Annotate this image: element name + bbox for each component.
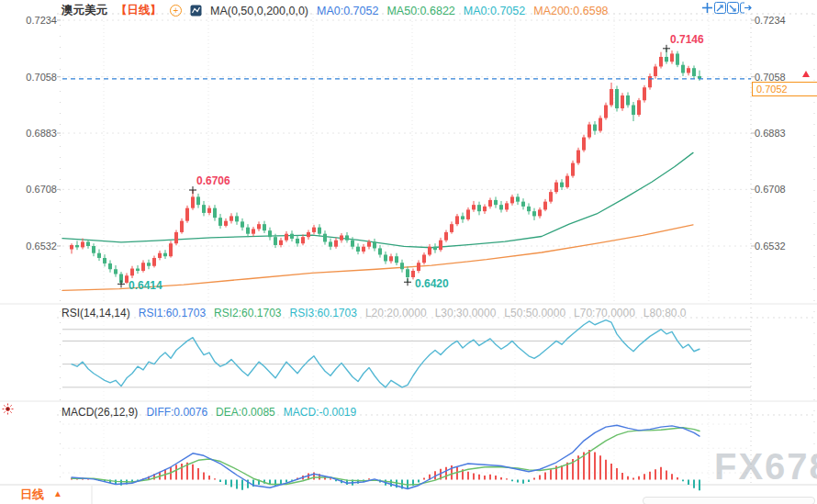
price-axis-label: 0.7234	[755, 14, 786, 27]
price-axis-label: 0.6532	[755, 240, 786, 252]
current-price-tag: 0.7052	[752, 82, 817, 96]
rsi-l20: L20:20.0000	[365, 307, 427, 319]
rsi-label: RSI(14,14,14)	[62, 307, 130, 319]
low-price-label: 0.6420	[415, 277, 449, 290]
price-axis-label: 0.6532	[7, 240, 57, 252]
rsi2-value: RSI2:60.1703	[214, 307, 281, 319]
dea-value: DEA:0.0085	[216, 406, 275, 419]
plus-circle-icon[interactable]: +	[170, 5, 182, 17]
watermark: FX678	[714, 446, 817, 487]
pan-icon[interactable]	[701, 2, 713, 14]
symbol-title: 澳元美元	[62, 3, 107, 18]
ma50-line	[62, 152, 693, 247]
diff-value: DIFF:0.0076	[146, 406, 207, 419]
timeframe-up-arrow-icon[interactable]: ▲	[53, 488, 62, 498]
price-axis-label: 0.7234	[7, 14, 57, 27]
ma-settings-label: MA(0,50,0,200,0,0)	[210, 5, 308, 17]
zoom-out-icon[interactable]	[727, 2, 739, 14]
exit-chart-icon[interactable]	[740, 2, 752, 14]
chart-toolbar	[701, 2, 752, 14]
ma200-value: MA200:0.6598	[533, 5, 608, 17]
macd-value: MACD:-0.0019	[284, 406, 356, 419]
rsi-header: RSI(14,14,14) RSI1:60.1703 RSI2:60.1703 …	[62, 307, 687, 319]
kline-chart-icon[interactable]	[190, 5, 202, 17]
chart-scrollbar[interactable]	[643, 497, 815, 504]
rsi1-value: RSI1:60.1703	[139, 307, 206, 319]
rsi-l70: L70:70.0000	[574, 307, 635, 319]
price-annotations	[118, 45, 670, 288]
price-axis-label: 0.6883	[755, 127, 786, 140]
bottom-timeframe-label[interactable]: 日线	[20, 487, 44, 503]
ma0b-value: MA0:0.7052	[464, 5, 525, 17]
rsi3-value: RSI3:60.1703	[290, 307, 357, 319]
price-axis-label: 0.6708	[755, 183, 786, 196]
sun-settings-icon[interactable]	[2, 402, 14, 419]
macd-header: MACD(26,12,9) DIFF:0.0076 DEA:0.0085 MAC…	[62, 406, 356, 419]
ma0-value: MA0:0.7052	[317, 5, 378, 17]
high-price-label: 0.7146	[670, 33, 704, 46]
price-up-arrow-icon	[802, 71, 810, 77]
rsi-l50: L50:50.0000	[504, 307, 565, 319]
chart-root: 0.67060.71460.64140.64200.72340.72340.70…	[0, 0, 817, 504]
high-price-label: 0.6706	[196, 174, 230, 187]
rsi-line	[72, 320, 699, 387]
timeframe-label: 【日线】	[116, 3, 162, 18]
macd-label: MACD(26,12,9)	[62, 406, 138, 419]
ma50-value: MA50:0.6822	[386, 5, 454, 17]
price-axis-label: 0.6708	[7, 183, 57, 196]
rsi-l30: L30:30.0000	[435, 307, 497, 319]
price-axis-label: 0.7058	[7, 71, 57, 84]
price-axis-label: 0.6883	[7, 127, 57, 140]
rsi-l80: L80:80.0	[644, 307, 687, 319]
main-chart-header: 澳元美元 【日线】 + MA(0,50,0,200,0,0) MA0:0.705…	[62, 3, 609, 18]
zoom-in-icon[interactable]	[714, 2, 726, 14]
low-price-label: 0.6414	[129, 279, 162, 292]
candlestick-series	[70, 49, 701, 285]
chart-canvas[interactable]	[0, 0, 817, 504]
grid	[0, 14, 817, 504]
